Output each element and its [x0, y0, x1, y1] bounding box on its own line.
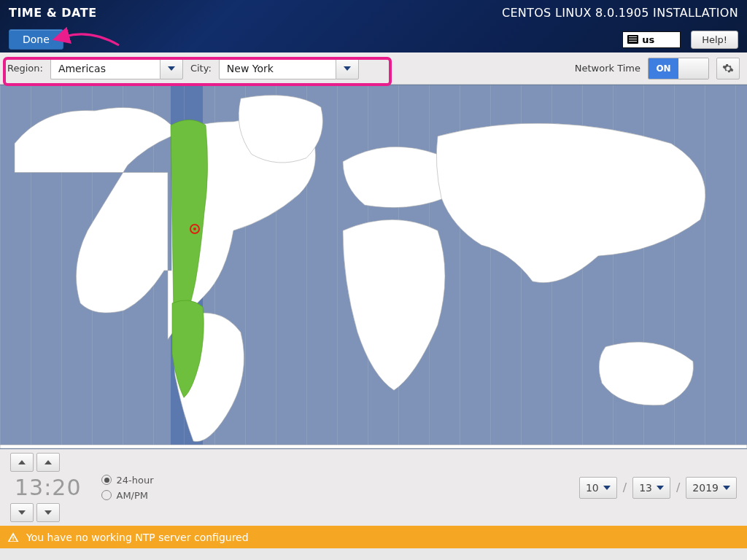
notification-text: You have no working NTP server configure…: [26, 532, 249, 543]
notification-bar: You have no working NTP server configure…: [0, 526, 747, 548]
keyboard-layout-indicator[interactable]: us: [622, 31, 681, 48]
switch-on-label: ON: [649, 58, 678, 79]
installer-title: CENTOS LINUX 8.0.1905 INSTALLATION: [502, 6, 738, 20]
chevron-down-icon: [344, 66, 351, 71]
city-dropdown-button[interactable]: [336, 58, 359, 79]
date-separator: /: [676, 481, 680, 494]
year-select[interactable]: 2019: [686, 477, 737, 499]
selected-city-marker: [190, 224, 200, 234]
help-button[interactable]: Help!: [691, 31, 738, 49]
warning-icon: [7, 532, 19, 543]
gear-icon: [722, 63, 734, 74]
world-map: [0, 85, 747, 448]
date-separator: /: [623, 481, 627, 494]
done-button[interactable]: Done: [9, 29, 63, 50]
minutes-down-button[interactable]: [36, 503, 60, 522]
chevron-down-icon: [168, 66, 175, 71]
network-time-label: Network Time: [575, 63, 640, 74]
minutes-up-button[interactable]: [36, 453, 60, 472]
format-24-hour-label: 24-hour: [116, 475, 153, 486]
header: TIME & DATE CENTOS LINUX 8.0.1905 INSTAL…: [0, 0, 747, 52]
region-select[interactable]: Americas: [50, 58, 183, 79]
date-group: 10 / 13 / 2019: [579, 477, 737, 499]
chevron-up-icon: [18, 460, 26, 464]
time-format-group: 24-hour AM/PM: [101, 475, 153, 501]
chevron-down-icon: [18, 510, 26, 515]
radio-icon: [101, 475, 112, 485]
chevron-down-icon: [723, 486, 730, 490]
city-label: City:: [190, 63, 212, 74]
keyboard-icon: [627, 35, 638, 44]
city-value: New York: [219, 58, 336, 79]
chevron-down-icon: [603, 486, 611, 490]
hours-spinner: 13:20: [10, 453, 85, 522]
hours-value: 13: [15, 475, 44, 500]
city-select[interactable]: New York: [219, 58, 359, 79]
chevron-down-icon: [657, 486, 664, 490]
region-label: Region:: [7, 63, 43, 74]
radio-icon: [101, 490, 112, 500]
month-value: 10: [586, 482, 599, 494]
year-value: 2019: [692, 482, 719, 494]
keyboard-layout-text: us: [642, 34, 654, 45]
chevron-down-icon: [44, 510, 52, 515]
region-dropdown-button[interactable]: [160, 58, 183, 79]
switch-handle: [678, 58, 708, 79]
day-select[interactable]: 13: [632, 477, 670, 499]
month-select[interactable]: 10: [579, 477, 617, 499]
format-24-hour-radio[interactable]: 24-hour: [101, 475, 153, 486]
time-display: 13:20: [10, 475, 85, 500]
minutes-value: 20: [52, 475, 81, 500]
hours-down-button[interactable]: [10, 503, 34, 522]
timezone-map[interactable]: [0, 85, 747, 449]
hours-up-button[interactable]: [10, 453, 34, 472]
day-value: 13: [639, 482, 652, 494]
region-value: Americas: [50, 58, 160, 79]
network-time-switch[interactable]: ON: [648, 58, 709, 79]
format-ampm-label: AM/PM: [116, 490, 148, 501]
page-title: TIME & DATE: [9, 6, 97, 20]
network-time-settings-button[interactable]: [716, 58, 740, 79]
toolbar: Region: Americas City: New York Network …: [0, 52, 747, 85]
time-date-panel: 13:20 24-hour AM/PM 10 / 13 / 2019: [0, 449, 747, 526]
format-ampm-radio[interactable]: AM/PM: [101, 490, 153, 501]
chevron-up-icon: [44, 460, 52, 464]
